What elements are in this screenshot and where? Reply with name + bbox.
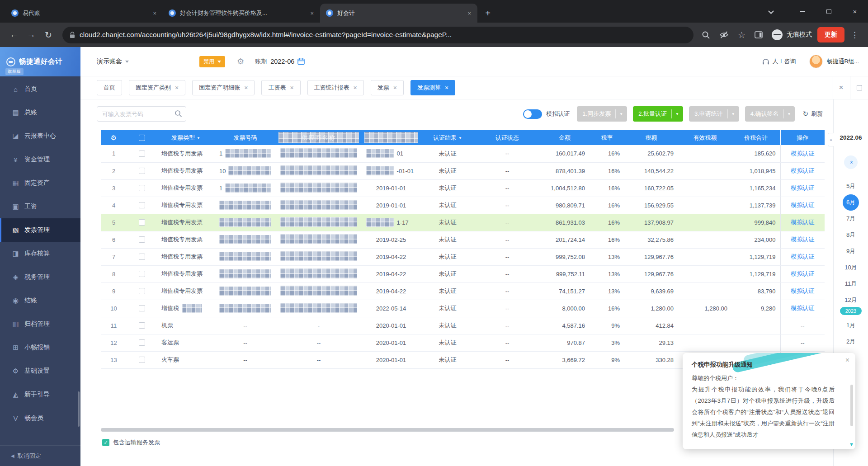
month-item-10[interactable]: 2月: [843, 334, 859, 350]
row-checkbox[interactable]: [139, 219, 145, 226]
sidebar-scrollbar[interactable]: [78, 391, 80, 427]
forward-button[interactable]: →: [24, 27, 39, 42]
panel-collapse-icon[interactable]: »: [828, 133, 834, 146]
page-tab-close-icon[interactable]: ×: [445, 84, 448, 91]
eye-blocked-icon[interactable]: [719, 31, 729, 39]
window-close-button[interactable]: ×: [842, 0, 868, 23]
column-settings-gear-icon[interactable]: ⚙: [111, 134, 117, 141]
incognito-indicator[interactable]: 无痕模式: [772, 29, 812, 40]
avatar[interactable]: [809, 55, 823, 68]
unpin-sidebar-button[interactable]: ◀ 取消固定: [0, 445, 80, 466]
page-tab-close-icon[interactable]: ×: [175, 84, 179, 91]
scroll-up-button[interactable]: »: [844, 155, 858, 169]
row-checkbox[interactable]: [139, 254, 145, 260]
sidebar-item-settings[interactable]: ⚙基础设置: [0, 359, 80, 383]
url-bar[interactable]: cloud2.chanjet.com/accounting/uh26t264j5…: [62, 27, 693, 43]
simulate-certify-link[interactable]: 模拟认证: [791, 150, 814, 157]
sidebar-item-home[interactable]: ⌂首页: [0, 77, 80, 101]
fullscreen-button[interactable]: [850, 76, 868, 99]
month-item-9[interactable]: 1月: [843, 317, 859, 334]
month-item-7[interactable]: 12月: [843, 292, 859, 308]
calendar-icon[interactable]: [297, 58, 305, 65]
window-maximize-button[interactable]: [816, 0, 842, 23]
simulate-certify-link[interactable]: 模拟认证: [791, 202, 814, 208]
period-value[interactable]: 2022-06: [270, 58, 294, 65]
simulate-certify-link[interactable]: 模拟认证: [791, 287, 814, 294]
row-checkbox[interactable]: [139, 305, 145, 311]
sidebar-item-tax[interactable]: ◈税务管理: [0, 265, 80, 289]
toolbar-button[interactable]: 1.同步发票▼: [577, 106, 627, 122]
row-checkbox[interactable]: [139, 151, 145, 157]
simulate-certify-link[interactable]: 模拟认证: [791, 167, 814, 174]
update-button[interactable]: 更新: [817, 27, 844, 42]
sidebar-item-general-ledger[interactable]: ▤总账: [0, 101, 80, 124]
back-button[interactable]: ←: [6, 27, 22, 42]
page-tab[interactable]: 发票×: [371, 80, 404, 95]
consult-link[interactable]: 人工咨询: [762, 57, 796, 66]
column-header-check[interactable]: [127, 130, 157, 145]
browser-menu-icon[interactable]: ⋮: [851, 30, 859, 40]
page-tab[interactable]: 固定资产明细账×: [192, 80, 255, 95]
page-tab[interactable]: 发票测算×: [410, 80, 455, 95]
browser-tab[interactable]: 好会计财务管理软件购买价格及...×: [163, 4, 320, 23]
browser-tab[interactable]: 好会计×: [320, 4, 477, 23]
reload-button[interactable]: ↻: [41, 27, 56, 42]
page-tab[interactable]: 工资表×: [261, 80, 300, 95]
column-header-seq[interactable]: ⚙: [101, 130, 127, 145]
page-tab[interactable]: 首页: [97, 80, 122, 95]
sidebar-item-archive[interactable]: ▥归档管理: [0, 312, 80, 336]
sidebar-item-fixed-assets[interactable]: ▦固定资产: [0, 171, 80, 195]
simulate-certify-link[interactable]: 模拟认证: [791, 253, 814, 260]
select-all-checkbox[interactable]: [139, 135, 145, 141]
month-item-1[interactable]: 6月: [843, 194, 859, 211]
page-tab[interactable]: 工资统计报表×: [307, 80, 364, 95]
toolbar-button[interactable]: 4.确认签名▼: [745, 106, 795, 122]
window-minimize-button[interactable]: [789, 0, 816, 23]
month-item-6[interactable]: 11月: [843, 276, 859, 292]
row-checkbox[interactable]: [139, 339, 145, 346]
side-panel-icon[interactable]: [755, 31, 763, 38]
settings-gear-icon[interactable]: ⚙: [237, 56, 244, 66]
simulate-certify-link[interactable]: 模拟认证: [791, 219, 814, 226]
refresh-button[interactable]: ↻ 刷新: [802, 110, 823, 118]
tab-close-icon[interactable]: ×: [308, 9, 316, 18]
sidebar-item-cloud-reports[interactable]: ◪云报表中心: [0, 124, 80, 148]
bookmark-star-icon[interactable]: ☆: [738, 30, 745, 40]
sidebar-item-inventory[interactable]: ◨库存核算: [0, 242, 80, 265]
month-item-4[interactable]: 9月: [843, 243, 859, 259]
simulate-certify-link[interactable]: 模拟认证: [791, 305, 814, 311]
horizontal-scrollbar[interactable]: [101, 428, 674, 432]
sidebar-item-funds[interactable]: ¥资金管理: [0, 148, 80, 171]
month-item-3[interactable]: 8月: [843, 227, 859, 243]
simulate-certify-link[interactable]: 模拟认证: [791, 270, 814, 277]
sidebar-item-salary[interactable]: ▣工资: [0, 195, 80, 218]
page-tab-close-icon[interactable]: ×: [354, 84, 357, 91]
browser-tab[interactable]: 易代账×: [5, 4, 163, 23]
row-checkbox[interactable]: [139, 168, 145, 174]
sort-caret-icon[interactable]: ▼: [197, 136, 200, 140]
simulate-certify-toggle[interactable]: [523, 109, 542, 119]
search-icon[interactable]: [702, 31, 710, 39]
tab-close-icon[interactable]: ×: [151, 9, 158, 18]
row-checkbox[interactable]: [139, 322, 145, 329]
disabled-badge[interactable]: 禁用: [199, 56, 225, 67]
row-checkbox[interactable]: [139, 271, 145, 277]
simulate-certify-link[interactable]: 模拟认证: [791, 184, 814, 191]
sidebar-item-reimburse[interactable]: ⊞小畅报销: [0, 336, 80, 359]
column-header-type[interactable]: 发票类型▼: [157, 130, 215, 145]
simulate-certify-link[interactable]: 模拟认证: [791, 236, 814, 243]
row-checkbox[interactable]: [139, 288, 145, 294]
page-tab-close-icon[interactable]: ×: [290, 84, 293, 91]
sort-caret-icon[interactable]: ▼: [458, 136, 462, 140]
account-set-selector[interactable]: 演示账套: [97, 57, 129, 66]
notification-scrollbar[interactable]: [850, 385, 853, 426]
month-item-5[interactable]: 10月: [843, 259, 859, 276]
month-item-0[interactable]: 5月: [843, 178, 859, 194]
close-all-tabs-button[interactable]: ×: [832, 76, 850, 99]
row-checkbox[interactable]: [139, 202, 145, 208]
page-tab-close-icon[interactable]: ×: [393, 84, 397, 91]
notification-close-icon[interactable]: ×: [845, 356, 849, 364]
search-icon[interactable]: [175, 110, 182, 118]
search-input[interactable]: [97, 106, 186, 122]
page-tab-close-icon[interactable]: ×: [244, 84, 248, 91]
